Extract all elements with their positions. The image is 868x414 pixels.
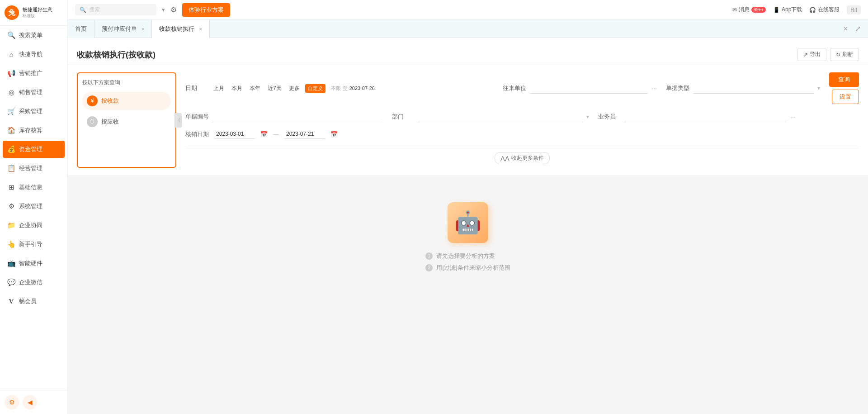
app-download-button[interactable]: 📱 App下载: [773, 6, 802, 14]
date-btn-custom[interactable]: 自定义: [305, 84, 326, 93]
sidebar: 兔 畅捷通好生意 标准版 🔍 搜索菜单 ⌂ 快捷导航 📢 营销推广 ◎ 销售管理…: [0, 0, 68, 414]
empty-state: 🤖 1 请先选择要分析的方案 2 用[过滤]条件来缩小分析范围: [68, 175, 868, 301]
sidebar-item-wechat[interactable]: 💬 企业微信: [0, 273, 67, 292]
tab-close-all-icon[interactable]: ×: [842, 23, 849, 35]
tab-fullscreen-icon[interactable]: ⤢: [853, 23, 863, 35]
industry-solution-button[interactable]: 体验行业方案: [182, 3, 230, 17]
export-button[interactable]: ↗ 导出: [797, 48, 826, 61]
finance-icon: 💰: [7, 145, 15, 153]
counterparty-dots-icon[interactable]: ···: [651, 85, 657, 92]
dept-field: 部门 ▾: [392, 111, 590, 122]
salesperson-input[interactable]: [624, 111, 787, 122]
marketing-icon: 📢: [7, 69, 15, 77]
service-label: 在线客服: [818, 6, 840, 14]
sidebar-item-label: 销售管理: [19, 88, 42, 96]
search-placeholder: 搜索: [89, 6, 100, 14]
sidebar-item-system[interactable]: ⚙ 系统管理: [0, 197, 67, 216]
main-area: 🔍 搜索 ▾ ⚙ 体验行业方案 ✉ 消息 99++ 📱 App下载 🎧 在线客服…: [68, 0, 868, 414]
sidebar-collapse-btn[interactable]: ◀: [23, 395, 37, 409]
collapse-more-button[interactable]: ⋀⋀ 收起更多条件: [495, 152, 550, 164]
app-download-label: App下载: [782, 6, 802, 14]
bill-no-input[interactable]: [212, 111, 383, 122]
date-btn-more[interactable]: 更多: [287, 84, 302, 93]
sidebar-item-label: 资金管理: [19, 145, 42, 153]
sidebar-item-member[interactable]: V 畅会员: [0, 292, 67, 311]
guide-icon: 👆: [7, 240, 15, 248]
sidebar-item-enterprise[interactable]: 📁 企业协同: [0, 216, 67, 235]
counterparty-field: 往来单位 ···: [503, 83, 657, 94]
logo-icon: 兔: [5, 5, 19, 20]
sidebar-item-operations[interactable]: 📋 经营管理: [0, 159, 67, 178]
bill-type-dropdown-icon[interactable]: ▾: [817, 85, 820, 91]
page-header: 收款核销执行(按收款) ↗ 导出 ↻ 刷新: [68, 38, 868, 65]
sales-icon: ◎: [7, 88, 15, 96]
date-btn-last-month[interactable]: 上月: [212, 84, 226, 93]
sidebar-item-quick-nav[interactable]: ⌂ 快捷导航: [0, 45, 67, 64]
sidebar-item-label: 新手引导: [19, 240, 42, 248]
sidebar-item-label: 企业微信: [19, 278, 42, 286]
customer-service-button[interactable]: 🎧 在线客服: [809, 6, 840, 14]
dept-input[interactable]: [418, 111, 583, 122]
bill-no-field: 单据编号: [185, 111, 383, 122]
tab-prepay[interactable]: 预付冲应付单 ×: [94, 20, 152, 38]
topbar-search-box[interactable]: 🔍 搜索: [75, 4, 156, 15]
filter-row-verif: 核销日期 📅 — 📅: [185, 129, 859, 139]
date-btn-this-month[interactable]: 本月: [230, 84, 244, 93]
dept-dropdown-icon[interactable]: ▾: [586, 114, 589, 120]
filter-option-by-receipt[interactable]: ¥ 按收款: [82, 92, 171, 110]
sidebar-item-finance[interactable]: 💰 资金管理: [3, 141, 65, 158]
sidebar-item-marketing[interactable]: 📢 营销推广: [0, 64, 67, 83]
date-to-label: 至: [343, 85, 348, 92]
salesperson-dots-icon[interactable]: ···: [790, 113, 796, 120]
purchase-icon: 🛒: [7, 107, 15, 115]
messages-button[interactable]: ✉ 消息 99++: [732, 6, 766, 14]
filter-option-by-receivable[interactable]: ⏱ 按应收: [82, 113, 171, 131]
tab-receipt-writeoff-close-icon[interactable]: ×: [199, 26, 202, 32]
filter-panel-title: 按以下方案查询: [82, 79, 171, 86]
filter-row-2: 单据编号 部门 ▾ 业务员 ···: [185, 111, 859, 122]
sidebar-item-hardware[interactable]: 📺 智能硬件: [0, 254, 67, 273]
verif-date-end-calendar-icon[interactable]: 📅: [330, 131, 338, 138]
counterparty-input[interactable]: [530, 83, 648, 94]
sidebar-item-label: 经营管理: [19, 164, 42, 172]
date-btn-this-year[interactable]: 本年: [248, 84, 262, 93]
refresh-icon: ↻: [836, 52, 840, 58]
sidebar-item-label: 搜索菜单: [19, 31, 42, 39]
sidebar-item-label: 企业协同: [19, 221, 42, 229]
user-avatar[interactable]: Rit: [847, 5, 861, 14]
verif-date-start-input[interactable]: [214, 129, 255, 139]
verif-date-end-input[interactable]: [284, 129, 325, 139]
sidebar-item-basic-info[interactable]: ⊞ 基础信息: [0, 178, 67, 197]
bill-type-input[interactable]: [693, 83, 814, 94]
export-icon: ↗: [803, 52, 808, 58]
more-conditions-section: ⋀⋀ 收起更多条件: [185, 148, 859, 168]
sidebar-item-purchase[interactable]: 🛒 采购管理: [0, 102, 67, 121]
sidebar-item-inventory[interactable]: 🏠 库存核算: [0, 121, 67, 140]
tab-home[interactable]: 首页: [68, 20, 94, 38]
inventory-icon: 🏠: [7, 126, 15, 134]
filter-scheme-panel: 按以下方案查询 ¥ 按收款 ⏱ 按应收 《: [77, 72, 176, 168]
bill-type-field: 单据类型 ▾: [666, 83, 820, 94]
sidebar-item-sales[interactable]: ◎ 销售管理: [0, 83, 67, 102]
quick-nav-icon: ⌂: [7, 51, 15, 58]
sidebar-settings-btn[interactable]: ⚙: [5, 395, 19, 409]
tab-receipt-writeoff[interactable]: 收款核销执行 ×: [152, 20, 209, 38]
topbar-dropdown-icon[interactable]: ▾: [162, 6, 165, 13]
messages-badge: 99++: [751, 7, 766, 13]
tab-prepay-close-icon[interactable]: ×: [142, 26, 144, 32]
verif-date-start-calendar-icon[interactable]: 📅: [260, 131, 268, 138]
settings-button[interactable]: 设置: [832, 90, 859, 104]
enterprise-icon: 📁: [7, 221, 15, 229]
empty-hint-step1: 1 请先选择要分析的方案: [425, 250, 510, 262]
refresh-button[interactable]: ↻ 刷新: [830, 48, 859, 61]
sidebar-item-guide[interactable]: 👆 新手引导: [0, 235, 67, 254]
filter-panel-collapse-btn[interactable]: 《: [175, 113, 182, 128]
search-button[interactable]: 查询: [829, 72, 859, 87]
sidebar-item-label: 基础信息: [19, 183, 42, 191]
tabbar: 首页 预付冲应付单 × 收款核销执行 × × ⤢: [68, 20, 868, 38]
topbar-settings-icon[interactable]: ⚙: [170, 5, 177, 14]
by-receipt-icon: ¥: [87, 95, 98, 106]
date-btn-7days[interactable]: 近7天: [266, 84, 283, 93]
sidebar-item-search-menu[interactable]: 🔍 搜索菜单: [0, 26, 67, 45]
sidebar-item-label: 系统管理: [19, 202, 42, 210]
